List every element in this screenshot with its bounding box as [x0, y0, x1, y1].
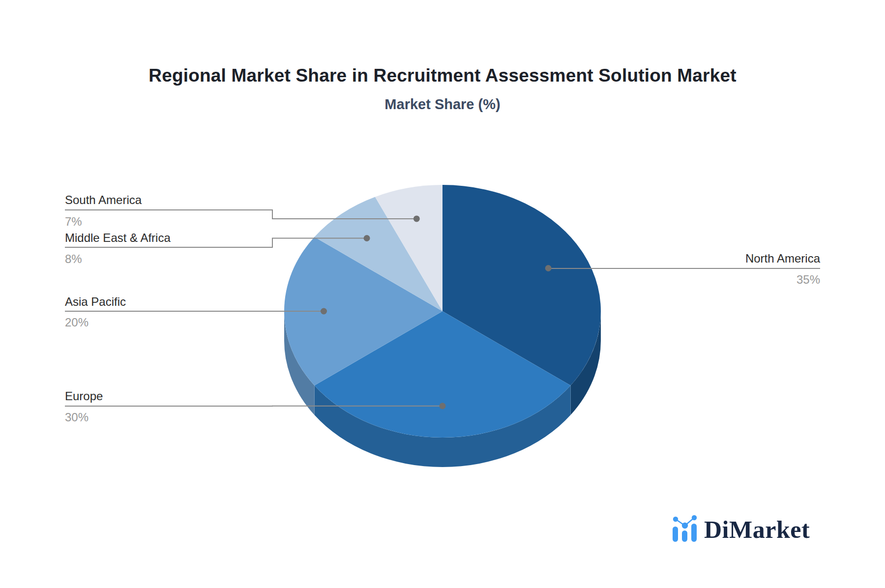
- slice-label-asia-pacific: Asia Pacific: [65, 295, 126, 308]
- leader-dot-middle-east-africa: [364, 235, 370, 241]
- bar-line-chart-icon: [673, 513, 698, 542]
- leader-dot-north-america: [545, 265, 552, 271]
- pie-chart-canvas: North America35%Europe30%Asia Pacific20%…: [0, 0, 885, 588]
- pie-slices: [284, 185, 601, 438]
- leader-dot-europe: [440, 403, 446, 409]
- slice-value-south-america: 7%: [65, 215, 82, 228]
- slice-label-south-america: South America: [65, 193, 142, 206]
- slice-value-middle-east-africa: 8%: [65, 252, 82, 265]
- slice-value-asia-pacific: 20%: [65, 316, 88, 329]
- brand-logo: DiMarket: [673, 513, 810, 542]
- chart-page: Regional Market Share in Recruitment Ass…: [0, 0, 885, 588]
- slice-value-north-america: 35%: [796, 273, 820, 286]
- slice-label-europe: Europe: [65, 389, 103, 403]
- slice-value-europe: 30%: [65, 411, 88, 424]
- leader-line-north-america: [548, 268, 820, 268]
- leader-dot-asia-pacific: [321, 308, 327, 315]
- brand-logo-text: DiMarket: [704, 517, 810, 542]
- slice-label-north-america: North America: [745, 252, 821, 265]
- leader-dot-south-america: [413, 215, 420, 222]
- slice-label-middle-east-africa: Middle East & Africa: [65, 231, 171, 244]
